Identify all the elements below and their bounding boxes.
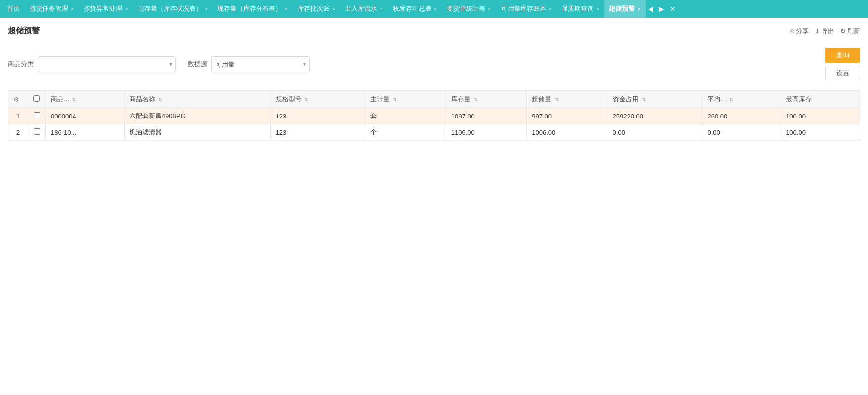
- checkbox-header: [28, 91, 46, 108]
- table-header-row: ⚙ 商品... ⇅ 商品名称 ⇅ 规格型号 ⇅ 主计量: [8, 91, 860, 108]
- sort-icon: ⇅: [474, 97, 477, 102]
- nav-prev-button[interactable]: ◀: [646, 0, 656, 18]
- nav-item-task[interactable]: 拣货任务管理 ×: [25, 0, 79, 18]
- category-select-wrapper: ▾: [38, 56, 176, 72]
- col-avg: 平均... ⇅: [702, 91, 781, 108]
- datasource-select-wrapper: 可用量 库存量 ▾: [211, 56, 310, 72]
- page-header: 超储预警 ⎋ 分享 ⤓ 导出 ↻ 刷新: [8, 26, 860, 36]
- sort-icon: ⇅: [72, 97, 76, 102]
- close-icon[interactable]: ×: [125, 6, 128, 12]
- row-overstock: 997.00: [527, 108, 608, 124]
- data-table: ⚙ 商品... ⇅ 商品名称 ⇅ 规格型号 ⇅ 主计量: [8, 90, 860, 141]
- row-avg: 0.00: [702, 124, 781, 141]
- gear-header: ⚙: [8, 91, 28, 108]
- select-all-checkbox[interactable]: [33, 95, 40, 102]
- col-unit: 主计量 ⇅: [365, 91, 446, 108]
- sort-icon: ⇅: [393, 97, 397, 102]
- nav-item-demand[interactable]: 要货单统计表 ×: [442, 0, 496, 18]
- query-button[interactable]: 查询: [825, 48, 860, 63]
- nav-item-summary[interactable]: 收发存汇总表 ×: [388, 0, 442, 18]
- row-checkbox[interactable]: [34, 112, 40, 118]
- table-body: 1 0000004 六配套新昌490BPG 123 套 1097.00 997.…: [8, 108, 860, 141]
- sort-icon: ⇅: [304, 97, 308, 102]
- export-icon: ⤓: [815, 27, 820, 35]
- filter-row: 商品分类 ▾ 数据源 可用量 库存量 ▾ 查询 设置: [8, 44, 860, 84]
- close-icon[interactable]: ×: [71, 6, 74, 12]
- row-product-name: 机油滤清器: [124, 124, 270, 141]
- nav-item-abnormal[interactable]: 拣货异常处理 ×: [79, 0, 132, 18]
- row-stock: 1097.00: [446, 108, 526, 124]
- row-avg: 260.00: [702, 108, 781, 124]
- nav-item-home[interactable]: 首页: [2, 0, 25, 18]
- settings-button[interactable]: 设置: [825, 66, 860, 80]
- table-row: 2 186-10... 机油滤清器 123 个 1106.00 1006.00 …: [8, 124, 860, 141]
- page-title: 超储预警: [8, 26, 40, 36]
- close-icon[interactable]: ×: [332, 6, 335, 12]
- sort-icon: ⇅: [158, 97, 162, 102]
- nav-next-button[interactable]: ▶: [656, 0, 667, 18]
- close-icon[interactable]: ×: [284, 6, 287, 12]
- row-overstock: 1006.00: [527, 124, 608, 141]
- nav-item-inventory-dist[interactable]: 现存量（库存分布表） ×: [213, 0, 292, 18]
- row-checkbox-cell: [28, 124, 46, 141]
- row-product-code: 0000004: [46, 108, 125, 124]
- row-spec: 123: [270, 108, 365, 124]
- row-checkbox-cell: [28, 108, 46, 124]
- row-capital: 0.00: [608, 124, 702, 141]
- sort-icon: ⇅: [729, 97, 733, 102]
- page-content: 超储预警 ⎋ 分享 ⤓ 导出 ↻ 刷新 商品分类 ▾: [0, 18, 868, 395]
- sort-icon: ⇅: [555, 97, 559, 102]
- datasource-select[interactable]: 可用量 库存量: [211, 56, 310, 72]
- datasource-label: 数据源: [188, 60, 207, 69]
- col-spec: 规格型号 ⇅: [270, 91, 365, 108]
- col-overstock: 超储量 ⇅: [527, 91, 608, 108]
- category-select[interactable]: [38, 56, 176, 72]
- nav-item-available[interactable]: 可用量库存账本 ×: [496, 0, 557, 18]
- refresh-icon: ↻: [840, 27, 846, 35]
- nav-item-flow[interactable]: 出入库流水 ×: [340, 0, 388, 18]
- row-capital: 259220.00: [608, 108, 702, 124]
- nav-item-inventory-status[interactable]: 现存量（库存状况表） ×: [133, 0, 213, 18]
- sort-icon: ⇅: [642, 97, 646, 102]
- col-max-stock: 最高库存: [781, 91, 860, 108]
- close-icon[interactable]: ×: [637, 6, 640, 12]
- close-icon[interactable]: ×: [205, 6, 208, 12]
- nav-item-overstock[interactable]: 超储预警 ×: [604, 0, 645, 18]
- row-spec: 123: [270, 124, 365, 141]
- close-icon[interactable]: ×: [549, 6, 552, 12]
- datasource-filter: 数据源 可用量 库存量 ▾: [188, 56, 310, 72]
- refresh-action[interactable]: ↻ 刷新: [840, 27, 860, 36]
- col-stock: 库存量 ⇅: [446, 91, 526, 108]
- nav-item-batch[interactable]: 库存批次账 ×: [293, 0, 340, 18]
- row-max-stock: 100.00: [781, 124, 860, 141]
- category-filter: 商品分类 ▾: [8, 56, 176, 72]
- col-product-code: 商品... ⇅: [46, 91, 125, 108]
- row-product-code: 186-10...: [46, 124, 125, 141]
- row-stock: 1106.00: [446, 124, 526, 141]
- row-number: 1: [8, 108, 28, 124]
- share-action[interactable]: ⎋ 分享: [790, 27, 809, 36]
- close-icon[interactable]: ×: [488, 6, 491, 12]
- nav-close-button[interactable]: ✕: [667, 0, 678, 18]
- row-unit: 个: [365, 124, 446, 141]
- row-product-name: 六配套新昌490BPG: [124, 108, 270, 124]
- col-capital: 资金占用 ⇅: [608, 91, 702, 108]
- row-number: 2: [8, 124, 28, 141]
- action-buttons: 查询 设置: [825, 48, 860, 80]
- close-icon[interactable]: ×: [434, 6, 437, 12]
- close-icon[interactable]: ×: [596, 6, 599, 12]
- header-actions: ⎋ 分享 ⤓ 导出 ↻ 刷新: [790, 27, 860, 36]
- nav-item-expiry[interactable]: 保质期查询 ×: [557, 0, 604, 18]
- row-unit: 套: [365, 108, 446, 124]
- top-navigation: 首页 拣货任务管理 × 拣货异常处理 × 现存量（库存状况表） × 现存量（库存…: [0, 0, 868, 18]
- close-icon[interactable]: ×: [380, 6, 383, 12]
- col-product-name: 商品名称 ⇅: [124, 91, 270, 108]
- row-checkbox[interactable]: [34, 128, 40, 135]
- table-row: 1 0000004 六配套新昌490BPG 123 套 1097.00 997.…: [8, 108, 860, 124]
- export-action[interactable]: ⤓ 导出: [815, 27, 834, 36]
- category-label: 商品分类: [8, 60, 34, 69]
- row-max-stock: 100.00: [781, 108, 860, 124]
- settings-gear-icon[interactable]: ⚙: [13, 96, 19, 103]
- share-icon: ⎋: [790, 27, 794, 35]
